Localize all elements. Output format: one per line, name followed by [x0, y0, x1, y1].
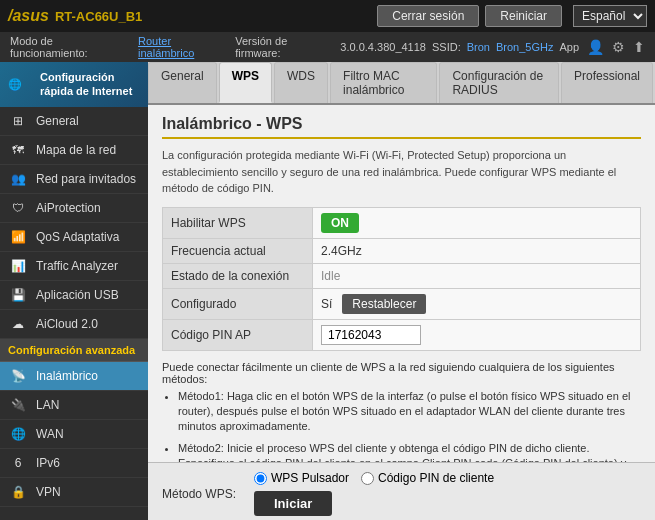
methods-list: Método1: Haga clic en el botón WPS de la…: [178, 389, 641, 463]
cerrar-sesion-button[interactable]: Cerrar sesión: [377, 5, 479, 27]
sidebar-item-traffic[interactable]: 📊 Traffic Analyzer: [0, 252, 148, 281]
tab-professional[interactable]: Professional: [561, 62, 653, 103]
vpn-icon: 🔒: [8, 485, 28, 499]
content-panel: General WPS WDS Filtro MAC inalámbrico C…: [148, 62, 655, 520]
field-value-pin[interactable]: [313, 319, 641, 350]
pin-input[interactable]: [321, 325, 421, 345]
sidebar-section-advanced: Configuración avanzada: [0, 339, 148, 362]
firmware-label: Versión de firmware:: [235, 35, 334, 59]
field-label-frecuencia: Frecuencia actual: [163, 238, 313, 263]
info-bar: Modo de funcionamiento: Router inalámbri…: [0, 32, 655, 62]
radio-wps-pulsador-input[interactable]: [254, 472, 267, 485]
sidebar-item-aicloud[interactable]: ☁ AiCloud 2.0: [0, 310, 148, 339]
infobar-right: App 👤 ⚙ ⬆: [559, 39, 645, 55]
table-row: Frecuencia actual 2.4GHz: [163, 238, 641, 263]
start-btn-row: Iniciar: [254, 491, 494, 516]
field-label-pin: Código PIN AP: [163, 319, 313, 350]
sidebar-item-label: General: [36, 114, 79, 128]
language-select[interactable]: Español: [573, 5, 647, 27]
radio-wps-pulsador[interactable]: WPS Pulsador: [254, 471, 349, 485]
ssid-label: SSID:: [432, 41, 461, 53]
top-bar: /asus RT-AC66U_B1 Cerrar sesión Reinicia…: [0, 0, 655, 32]
field-value-frecuencia: 2.4GHz: [313, 238, 641, 263]
shield-icon: 🛡: [8, 201, 28, 215]
sidebar-item-label: LAN: [36, 398, 59, 412]
wps-toggle[interactable]: ON: [321, 213, 359, 233]
table-row: Estado de la conexión Idle: [163, 263, 641, 288]
sidebar-item-label: Aplicación USB: [36, 288, 119, 302]
restore-button[interactable]: Restablecer: [342, 294, 426, 314]
mapa-icon: 🗺: [8, 143, 28, 157]
radio-codigo-pin-input[interactable]: [361, 472, 374, 485]
methods-title: Puede conectar fácilmente un cliente de …: [162, 361, 641, 385]
tab-radius[interactable]: Configuración de RADIUS: [439, 62, 559, 103]
tab-filtro-mac[interactable]: Filtro MAC inalámbrico: [330, 62, 437, 103]
reiniciar-button[interactable]: Reiniciar: [485, 5, 562, 27]
field-value-habilitar[interactable]: ON: [313, 207, 641, 238]
sidebar-header: 🌐 Configuración rápida de Internet: [0, 62, 148, 107]
sidebar-item-general[interactable]: ⊞ General: [0, 107, 148, 136]
page-description: La configuración protegida mediante Wi-F…: [162, 147, 641, 197]
sidebar-item-label: Mapa de la red: [36, 143, 116, 157]
wifi-icon: 📡: [8, 369, 28, 383]
settings-icon[interactable]: ⚙: [612, 39, 625, 55]
page-title: Inalámbrico - WPS: [162, 115, 641, 139]
logo: /asus: [8, 7, 49, 25]
sidebar-item-lan[interactable]: 🔌 LAN: [0, 391, 148, 420]
general-icon: ⊞: [8, 114, 28, 128]
sidebar-item-red-invitados[interactable]: 👥 Red para invitados: [0, 165, 148, 194]
main-layout: 🌐 Configuración rápida de Internet ⊞ Gen…: [0, 62, 655, 520]
list-item: Método2: Inicie el proceso WPS del clien…: [178, 441, 641, 462]
wan-icon: 🌐: [8, 427, 28, 441]
internet-icon: 🌐: [8, 77, 22, 91]
radio-label: Código PIN de cliente: [378, 471, 494, 485]
modo-value[interactable]: Router inalámbrico: [138, 35, 229, 59]
sidebar-item-inalambrico[interactable]: 📡 Inalámbrico: [0, 362, 148, 391]
tab-bar: General WPS WDS Filtro MAC inalámbrico C…: [148, 62, 655, 105]
sidebar-item-label: IPv6: [36, 456, 60, 470]
wps-form-table: Habilitar WPS ON Frecuencia actual 2.4GH…: [162, 207, 641, 351]
sidebar-item-label: AiCloud 2.0: [36, 317, 98, 331]
sidebar-item-label: AiProtection: [36, 201, 101, 215]
sidebar-item-wan[interactable]: 🌐 WAN: [0, 420, 148, 449]
sidebar-item-mapa[interactable]: 🗺 Mapa de la red: [0, 136, 148, 165]
user-icon[interactable]: 👤: [587, 39, 604, 55]
ssid-5g: Bron_5GHz: [496, 41, 553, 53]
table-row: Código PIN AP: [163, 319, 641, 350]
wps-options-group: WPS Pulsador Código PIN de cliente Inici…: [254, 471, 494, 516]
field-value-estado: Idle: [313, 263, 641, 288]
sidebar-item-vpn[interactable]: 🔒 VPN: [0, 478, 148, 507]
traffic-icon: 📊: [8, 259, 28, 273]
model-name: RT-AC66U_B1: [55, 9, 142, 24]
tab-wps[interactable]: WPS: [219, 62, 272, 103]
radio-codigo-pin[interactable]: Código PIN de cliente: [361, 471, 494, 485]
tab-wds[interactable]: WDS: [274, 62, 328, 103]
table-row: Habilitar WPS ON: [163, 207, 641, 238]
sidebar-item-qos[interactable]: 📶 QoS Adaptativa: [0, 223, 148, 252]
radio-label: WPS Pulsador: [271, 471, 349, 485]
ssid-2g: Bron: [467, 41, 490, 53]
field-value-configurado: Sí Restablecer: [313, 288, 641, 319]
upload-icon[interactable]: ⬆: [633, 39, 645, 55]
sidebar-item-ipv6[interactable]: 6 IPv6: [0, 449, 148, 478]
lan-icon: 🔌: [8, 398, 28, 412]
wps-method-label: Método WPS:: [162, 487, 242, 501]
tab-general[interactable]: General: [148, 62, 217, 103]
content-area: Inalámbrico - WPS La configuración prote…: [148, 105, 655, 462]
sidebar-item-label: WAN: [36, 427, 64, 441]
start-button[interactable]: Iniciar: [254, 491, 332, 516]
sidebar-item-aiprotection[interactable]: 🛡 AiProtection: [0, 194, 148, 223]
usb-icon: 💾: [8, 288, 28, 302]
sidebar-header-label: Configuración rápida de Internet: [40, 70, 142, 99]
firmware-value: 3.0.0.4.380_4118: [340, 41, 426, 53]
field-label-estado: Estado de la conexión: [163, 263, 313, 288]
field-label-habilitar: Habilitar WPS: [163, 207, 313, 238]
cloud-icon: ☁: [8, 317, 28, 331]
modo-label: Modo de funcionamiento:: [10, 35, 132, 59]
sidebar-item-usb[interactable]: 💾 Aplicación USB: [0, 281, 148, 310]
sidebar-item-label: Inalámbrico: [36, 369, 98, 383]
sidebar-item-label: VPN: [36, 485, 61, 499]
qos-icon: 📶: [8, 230, 28, 244]
field-label-configurado: Configurado: [163, 288, 313, 319]
app-label: App: [559, 41, 579, 53]
